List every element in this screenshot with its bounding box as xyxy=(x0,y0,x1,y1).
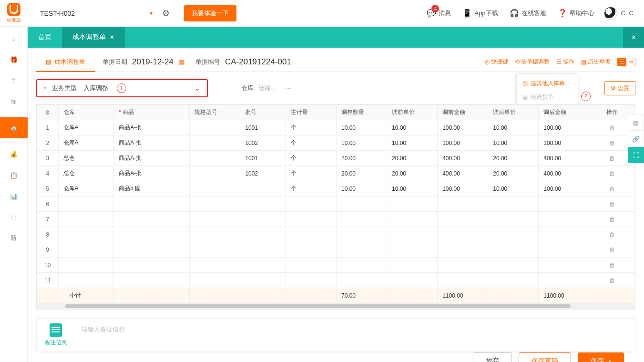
note-tool-icon[interactable]: ▤ xyxy=(628,114,644,131)
table-row[interactable]: 5仓库A商品b 固个10.0010.00100.0010.00100.00🗑 xyxy=(37,181,635,197)
cell-post-amount[interactable]: 100.00 xyxy=(539,181,589,197)
cell-pre-amount[interactable]: 400.00 xyxy=(438,166,488,181)
cell-product[interactable]: 商品b 固 xyxy=(114,181,190,197)
trash-icon[interactable]: 🗑 xyxy=(609,277,615,284)
table-row[interactable]: 9🗑 xyxy=(37,242,635,258)
cell-post-price[interactable] xyxy=(488,227,539,242)
list-view-icon[interactable]: ☰ xyxy=(618,58,626,66)
table-row[interactable]: 10🗑 xyxy=(37,258,635,273)
calendar-icon[interactable]: ▦ xyxy=(178,58,184,65)
nav-home-icon[interactable]: ⌂ xyxy=(9,33,19,44)
cell-spec[interactable] xyxy=(190,181,240,197)
cell-pre-amount[interactable] xyxy=(438,212,488,227)
cell-batch[interactable]: 1002 xyxy=(240,135,286,151)
nav-money-icon[interactable]: 💰 xyxy=(9,149,19,159)
username[interactable]: C C xyxy=(621,10,634,17)
popup-purchase-bill[interactable]: ▤ 选进货单 xyxy=(517,90,578,103)
table-row[interactable]: 8🗑 xyxy=(37,227,635,242)
avatar[interactable] xyxy=(604,7,617,20)
cell-pre-price[interactable] xyxy=(387,258,438,273)
cell-warehouse[interactable] xyxy=(58,227,114,242)
table-row[interactable]: 6🗑 xyxy=(37,197,635,212)
cell-pre-price[interactable]: 20.00 xyxy=(387,151,438,166)
discard-button[interactable]: 放弃 xyxy=(473,352,512,362)
table-row[interactable]: 1仓库A商品A-批1001个10.0010.00100.0010.00100.0… xyxy=(37,120,635,135)
cell-post-price[interactable] xyxy=(488,242,539,258)
cell-uom[interactable]: 个 xyxy=(286,181,336,197)
cell-post-price[interactable]: 10.00 xyxy=(488,120,539,135)
cell-uom[interactable]: 个 xyxy=(286,135,336,151)
app-download-link[interactable]: 📱 App下载 xyxy=(462,9,498,18)
row-settings-header[interactable]: ⚙ xyxy=(37,105,59,120)
cell-qty[interactable] xyxy=(336,197,387,212)
cell-batch[interactable] xyxy=(240,197,286,212)
gear-icon[interactable]: ⚙ xyxy=(162,8,170,19)
cell-pre-price[interactable] xyxy=(387,212,438,227)
cell-uom[interactable] xyxy=(286,212,336,227)
cell-batch[interactable]: 1001 xyxy=(240,120,286,135)
nav-gift-icon[interactable]: 🎁 xyxy=(9,54,19,65)
history-action[interactable]: ▤ 历史单据 xyxy=(581,58,611,66)
cell-pre-amount[interactable] xyxy=(438,242,488,258)
close-icon[interactable]: ✕ xyxy=(110,34,114,41)
trash-icon[interactable]: 🗑 xyxy=(609,140,615,146)
cell-spec[interactable] xyxy=(190,242,240,258)
cell-pre-amount[interactable]: 400.00 xyxy=(438,151,488,166)
cell-spec[interactable] xyxy=(190,258,240,273)
cell-post-price[interactable]: 10.00 xyxy=(488,135,539,151)
horizontal-scrollbar[interactable] xyxy=(37,303,635,309)
cell-product[interactable] xyxy=(114,227,190,242)
cell-warehouse[interactable]: 仓库A xyxy=(58,181,114,197)
cell-post-price[interactable] xyxy=(488,212,539,227)
cell-warehouse[interactable] xyxy=(58,258,114,273)
business-type-select[interactable]: * 业务类型 入库调整 1 ⌄ xyxy=(36,79,208,97)
cell-uom[interactable]: 个 xyxy=(286,151,336,166)
expand-tool-icon[interactable]: ⛶ xyxy=(628,147,644,163)
cell-uom[interactable] xyxy=(286,242,336,258)
warehouse-select[interactable]: 仓库 选择... ⋯ xyxy=(241,84,292,93)
cell-warehouse[interactable] xyxy=(58,273,114,288)
doc-title-tab[interactable]: ▤ 成本调整单 xyxy=(36,53,95,72)
cell-post-amount[interactable]: 100.00 xyxy=(539,135,589,151)
logo[interactable]: 标准版 xyxy=(0,3,28,23)
cell-post-amount[interactable] xyxy=(539,197,589,212)
cell-uom[interactable] xyxy=(286,258,336,273)
cell-warehouse[interactable]: 仓库A xyxy=(58,135,114,151)
cell-post-price[interactable]: 20.00 xyxy=(488,151,539,166)
cell-product[interactable] xyxy=(114,242,190,258)
cell-product[interactable]: 商品A-批 xyxy=(114,120,190,135)
trash-icon[interactable]: 🗑 xyxy=(609,155,615,162)
cell-warehouse[interactable] xyxy=(58,197,114,212)
cell-batch[interactable] xyxy=(240,212,286,227)
cell-pre-amount[interactable] xyxy=(438,273,488,288)
cell-spec[interactable] xyxy=(190,197,240,212)
cell-product[interactable] xyxy=(114,197,190,212)
nav-report-icon[interactable]: 📊 xyxy=(9,191,19,201)
trash-icon[interactable]: 🗑 xyxy=(609,247,615,253)
cell-uom[interactable] xyxy=(286,227,336,242)
nav-bag-icon[interactable]: 🛍 xyxy=(9,96,19,107)
trash-icon[interactable]: 🗑 xyxy=(609,124,615,131)
trial-button[interactable]: 我要体验一下 xyxy=(184,5,236,21)
save-draft-button[interactable]: 保存草稿 xyxy=(519,352,571,362)
settings-button[interactable]: ⚙ 设置 xyxy=(604,81,635,95)
cell-uom[interactable]: 个 xyxy=(286,120,336,135)
cell-product[interactable]: 商品A-批 xyxy=(114,135,190,151)
cell-post-price[interactable]: 10.00 xyxy=(488,181,539,197)
cell-uom[interactable]: 个 xyxy=(286,166,336,181)
cell-post-amount[interactable] xyxy=(539,258,589,273)
cell-warehouse[interactable]: 仓库A xyxy=(58,120,114,135)
nav-new-icon[interactable]: 新 xyxy=(9,233,19,243)
cell-post-price[interactable] xyxy=(488,273,539,288)
cell-warehouse[interactable]: 总仓 xyxy=(58,151,114,166)
cell-pre-amount[interactable] xyxy=(438,197,488,212)
cell-uom[interactable] xyxy=(286,197,336,212)
cell-batch[interactable] xyxy=(240,227,286,242)
cell-post-amount[interactable]: 400.00 xyxy=(539,151,589,166)
cell-pre-amount[interactable]: 100.00 xyxy=(438,120,488,135)
trash-icon[interactable]: 🗑 xyxy=(609,262,615,269)
operations-action[interactable]: ☷ 操作 xyxy=(556,58,574,66)
cell-qty[interactable] xyxy=(336,227,387,242)
cell-product[interactable]: 商品A-批 xyxy=(114,151,190,166)
cell-batch[interactable] xyxy=(240,242,286,258)
